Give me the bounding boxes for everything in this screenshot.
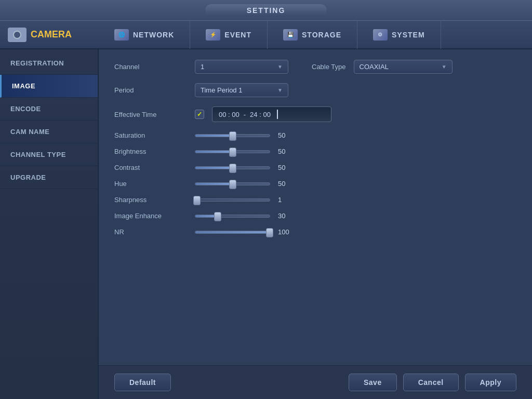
slider-track-2[interactable] <box>195 166 270 169</box>
content-area: Channel 1 ▼ Cable Type COAXIAL ▼ Period … <box>99 49 532 399</box>
slider-fill-6 <box>195 231 270 233</box>
system-icon: ⚙ <box>373 29 388 41</box>
slider-value-2: 50 <box>278 164 299 171</box>
slider-track-6[interactable] <box>195 231 270 234</box>
slider-label-3: Hue <box>114 180 187 188</box>
effective-time-label: Effective Time <box>114 111 187 118</box>
nav-label-network: NETWORK <box>133 31 174 39</box>
slider-value-5: 30 <box>278 212 299 220</box>
time-end: 24 : 00 <box>250 111 271 118</box>
apply-button[interactable]: Apply <box>465 374 516 391</box>
cable-type-label: Cable Type <box>312 63 346 71</box>
sidebar-item-channeltype[interactable]: CHANNEL TYPE <box>0 143 98 166</box>
slider-thumb-0[interactable] <box>229 131 236 141</box>
cable-type-section: Cable Type COAXIAL ▼ <box>312 60 453 74</box>
cancel-button[interactable]: Cancel <box>403 374 459 391</box>
slider-row-brightness: Brightness50 <box>114 148 516 155</box>
slider-track-4[interactable] <box>195 198 270 202</box>
channel-dropdown[interactable]: 1 ▼ <box>195 60 288 74</box>
main-layout: REGISTRATION IMAGE ENCODE CAM NAME CHANN… <box>0 49 532 399</box>
nav-item-system[interactable]: ⚙ SYSTEM <box>357 20 441 49</box>
period-row: Period Time Period 1 ▼ <box>114 83 516 97</box>
nav-label-system: SYSTEM <box>392 31 425 39</box>
channel-label: Channel <box>114 63 187 71</box>
save-button[interactable]: Save <box>349 374 397 391</box>
period-label: Period <box>114 86 187 94</box>
sidebar-item-registration[interactable]: REGISTRATION <box>0 52 98 75</box>
nav-items: 🌐 NETWORK ⚡ EVENT 💾 STORAGE ⚙ SYSTEM <box>99 20 532 49</box>
time-start: 00 : 00 <box>219 111 240 118</box>
nav-item-event[interactable]: ⚡ EVENT <box>190 20 268 49</box>
sidebar-item-image[interactable]: IMAGE <box>0 75 98 98</box>
slider-thumb-6[interactable] <box>266 228 273 237</box>
slider-label-2: Contrast <box>114 164 187 171</box>
slider-thumb-5[interactable] <box>214 212 221 221</box>
slider-fill-0 <box>195 135 233 137</box>
sidebar-item-encode[interactable]: ENCODE <box>0 98 98 121</box>
slider-track-1[interactable] <box>195 150 270 153</box>
slider-value-4: 1 <box>278 196 299 204</box>
sliders-container: Saturation50Brightness50Contrast50Hue50S… <box>114 131 516 236</box>
action-buttons: Save Cancel Apply <box>349 374 516 391</box>
camera-icon <box>8 28 26 42</box>
title-bar: SETTING <box>0 0 532 21</box>
slider-thumb-4[interactable] <box>193 196 201 205</box>
slider-value-6: 100 <box>278 228 299 236</box>
nav-label-event: EVENT <box>224 31 251 39</box>
slider-row-nr: NR100 <box>114 228 516 236</box>
slider-fill-1 <box>195 151 233 153</box>
time-range-input[interactable]: 00 : 00 - 24 : 00 <box>212 107 331 122</box>
camera-section: CAMERA <box>0 28 99 42</box>
slider-row-sharpness: Sharpness1 <box>114 196 516 204</box>
cursor-indicator <box>277 110 283 119</box>
slider-track-0[interactable] <box>195 134 270 137</box>
slider-thumb-3[interactable] <box>229 180 236 189</box>
sidebar-item-upgrade[interactable]: UPGRADE <box>0 166 98 189</box>
effective-time-row: Effective Time 00 : 00 - 24 : 00 <box>114 107 516 122</box>
slider-label-4: Sharpness <box>114 196 187 204</box>
slider-thumb-1[interactable] <box>229 148 236 157</box>
channel-row: Channel 1 ▼ Cable Type COAXIAL ▼ <box>114 60 516 74</box>
nav-item-storage[interactable]: 💾 STORAGE <box>268 20 357 49</box>
effective-time-checkbox[interactable] <box>195 110 204 119</box>
event-icon: ⚡ <box>206 29 220 41</box>
default-button[interactable]: Default <box>114 374 171 391</box>
time-separator: - <box>244 111 246 118</box>
slider-thumb-2[interactable] <box>229 164 236 173</box>
period-dropdown-arrow: ▼ <box>277 87 283 93</box>
top-navigation: CAMERA 🌐 NETWORK ⚡ EVENT 💾 STORAGE ⚙ SYS… <box>0 21 532 49</box>
storage-icon: 💾 <box>283 29 298 41</box>
effective-time-checkbox-wrapper <box>195 110 204 119</box>
slider-label-6: NR <box>114 228 187 236</box>
slider-label-5: Image Enhance <box>114 212 187 220</box>
cable-dropdown-arrow: ▼ <box>442 64 447 70</box>
period-dropdown[interactable]: Time Period 1 ▼ <box>195 83 288 97</box>
sidebar: REGISTRATION IMAGE ENCODE CAM NAME CHANN… <box>0 49 99 399</box>
slider-fill-3 <box>195 183 233 185</box>
cable-type-dropdown[interactable]: COAXIAL ▼ <box>354 60 453 74</box>
slider-label-1: Brightness <box>114 148 187 155</box>
nav-item-network[interactable]: 🌐 NETWORK <box>99 20 190 49</box>
slider-row-saturation: Saturation50 <box>114 131 516 139</box>
network-icon: 🌐 <box>114 29 129 41</box>
slider-track-3[interactable] <box>195 182 270 185</box>
channel-dropdown-arrow: ▼ <box>277 64 283 70</box>
slider-value-0: 50 <box>278 131 299 139</box>
nav-label-storage: STORAGE <box>302 31 341 39</box>
camera-label: CAMERA <box>31 29 72 40</box>
slider-row-image-enhance: Image Enhance30 <box>114 212 516 220</box>
slider-label-0: Saturation <box>114 131 187 139</box>
sidebar-item-camname[interactable]: CAM NAME <box>0 121 98 143</box>
slider-value-1: 50 <box>278 148 299 155</box>
slider-row-contrast: Contrast50 <box>114 164 516 171</box>
slider-row-hue: Hue50 <box>114 180 516 188</box>
bottom-bar: Default Save Cancel Apply <box>99 365 532 399</box>
slider-track-5[interactable] <box>195 215 270 218</box>
slider-fill-2 <box>195 167 233 169</box>
slider-value-3: 50 <box>278 180 299 188</box>
page-title: SETTING <box>205 4 327 17</box>
